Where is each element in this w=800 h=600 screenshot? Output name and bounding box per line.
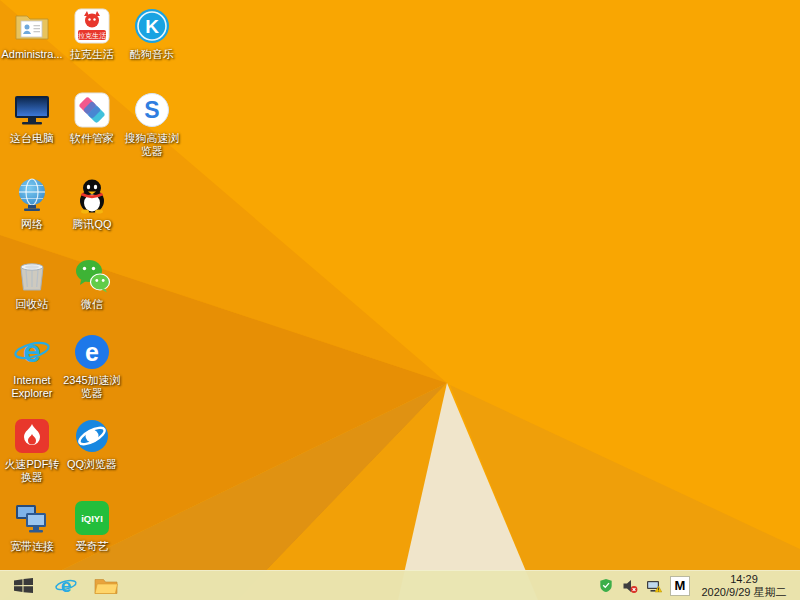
desktop-icon-wechat[interactable]: 微信 (60, 256, 124, 311)
svg-text:S: S (144, 97, 159, 123)
user-files-icon (12, 6, 52, 46)
desktop-icon-label: Internet Explorer (0, 374, 64, 400)
desktop-icon-label: 宽带连接 (0, 540, 64, 553)
pdf-converter-icon (12, 416, 52, 456)
desktop-icon-label: 微信 (60, 298, 124, 311)
folder-icon (94, 576, 118, 596)
windows-logo-icon (14, 578, 33, 593)
start-button[interactable] (0, 571, 46, 600)
desktop-icon-2345-browser[interactable]: e 2345加速浏览器 (60, 332, 124, 400)
desktop-icon-label: 网络 (0, 218, 64, 231)
svg-text:iQIYI: iQIYI (81, 513, 103, 524)
desktop-icon-tencent-qq[interactable]: 腾讯QQ (60, 176, 124, 231)
input-method-indicator[interactable]: M (670, 576, 690, 596)
software-manager-icon (72, 90, 112, 130)
desktop-icon-qq-browser[interactable]: QQ浏览器 (60, 416, 124, 471)
taskbar: e (0, 570, 800, 600)
this-pc-icon (12, 90, 52, 130)
wechat-icon (72, 256, 112, 296)
desktop-icon-label: 回收站 (0, 298, 64, 311)
kugou-music-icon: K (132, 6, 172, 46)
desktop-icon-this-pc[interactable]: 这台电脑 (0, 90, 64, 145)
desktop-icon-user-files[interactable]: Administra... (0, 6, 64, 61)
desktop-icon-label: 2345加速浏览器 (60, 374, 124, 400)
svg-text:e: e (85, 338, 99, 366)
desktop-icon-label: 这台电脑 (0, 132, 64, 145)
system-tray: M 14:29 2020/9/29 星期二 (598, 573, 800, 599)
desktop-icon-label: 腾讯QQ (60, 218, 124, 231)
tencent-qq-icon (72, 176, 112, 216)
lakelife-icon: 拉克生活 (72, 6, 112, 46)
desktop-icon-label: 爱奇艺 (60, 540, 124, 553)
desktop-icon-label: 搜狗高速浏览器 (120, 132, 184, 158)
2345-browser-icon: e (72, 332, 112, 372)
taskbar-clock[interactable]: 14:29 2020/9/29 星期二 (698, 573, 790, 599)
desktop-icon-label: 软件管家 (60, 132, 124, 145)
desktop-icon-broadband[interactable]: 宽带连接 (0, 498, 64, 553)
desktop-icon-label: 拉克生活 (60, 48, 124, 61)
iqiyi-icon: iQIYI (72, 498, 112, 538)
ie-icon: e (54, 574, 78, 598)
network-status-icon[interactable] (646, 578, 662, 594)
desktop-icon-label: 火速PDF转换器 (0, 458, 64, 484)
internet-explorer-icon: e (12, 332, 52, 372)
svg-text:e: e (23, 333, 41, 369)
desktop-icon-sogou-browser[interactable]: S 搜狗高速浏览器 (120, 90, 184, 158)
volume-muted-icon[interactable] (622, 578, 638, 594)
desktop-icon-pdf-converter[interactable]: 火速PDF转换器 (0, 416, 64, 484)
sogou-browser-icon: S (132, 90, 172, 130)
taskbar-explorer-button[interactable] (86, 571, 126, 600)
clock-date: 2020/9/29 星期二 (698, 586, 790, 599)
broadband-icon (12, 498, 52, 538)
svg-text:拉克生活: 拉克生活 (78, 32, 107, 40)
desktop-icon-internet-explorer[interactable]: e Internet Explorer (0, 332, 64, 400)
desktop-icon-network[interactable]: 网络 (0, 176, 64, 231)
clock-time: 14:29 (698, 573, 790, 586)
desktop-icon-label: Administra... (0, 48, 64, 61)
taskbar-ie-button[interactable]: e (46, 571, 86, 600)
desktop-icon-label: 酷狗音乐 (120, 48, 184, 61)
desktop: Administra... 拉克生活 拉克生活 K 酷狗音乐 (0, 0, 800, 570)
desktop-icon-iqiyi[interactable]: iQIYI 爱奇艺 (60, 498, 124, 553)
svg-text:e: e (61, 575, 72, 596)
desktop-icon-recycle-bin[interactable]: 回收站 (0, 256, 64, 311)
network-icon (12, 176, 52, 216)
desktop-icon-kugou-music[interactable]: K 酷狗音乐 (120, 6, 184, 61)
desktop-icon-label: QQ浏览器 (60, 458, 124, 471)
desktop-icon-lakelife[interactable]: 拉克生活 拉克生活 (60, 6, 124, 61)
desktop-icon-software-manager[interactable]: 软件管家 (60, 90, 124, 145)
svg-text:K: K (145, 16, 159, 37)
recycle-bin-icon (12, 256, 52, 296)
qq-browser-icon (72, 416, 112, 456)
security-tray-icon[interactable] (598, 578, 614, 594)
